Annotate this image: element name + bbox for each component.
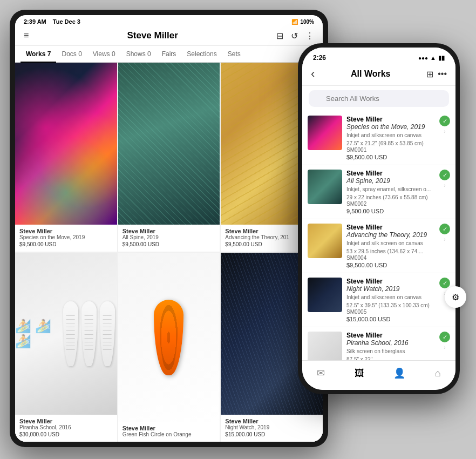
work-title-2: All Spine, 2019 [346,177,435,185]
work-dims-4: 52.5" x 39.5" (133.35 x 100.33 cm) [346,302,435,309]
back-button[interactable]: ‹ [311,67,315,81]
phone-more-icon: ••• [438,69,447,79]
artwork-price-2: $9,500.00 USD [123,241,216,247]
work-thumbnail-3 [308,224,342,258]
nav-mail[interactable]: ✉ [310,365,331,381]
expand-chevron-2[interactable]: › [444,183,445,188]
work-price-1: $9,500.00 USD [346,154,435,160]
list-item[interactable]: Steve Miller Species on the Move, 2019 I… [302,111,455,165]
work-price-3: $9,500.00 USD [346,262,435,268]
tab-bar: Works 7 Docs 0 Views 0 Shows 0 Fairs Sel… [15,46,323,63]
artwork-price-1: $9,500.00 USD [19,241,113,247]
tab-works[interactable]: Works 7 [21,46,56,62]
home-icon: ⌂ [435,368,441,379]
more-options-button[interactable]: ⋮ [305,31,314,41]
work-title-3: Advancing the Theory, 2019 [346,231,435,239]
work-thumbnail-2 [308,170,342,204]
expand-chevron-5[interactable]: › [444,345,445,350]
phone-screen: 2:26 ●●● ▲ ▮▮ ‹ All Works ⊞ ••• [302,48,455,390]
more-dots-icon: ⋮ [305,31,314,41]
artist-name-4: Steve Miller [19,418,113,424]
work-details-1: Steve Miller Species on the Move, 2019 I… [346,116,435,160]
work-details-2: Steve Miller All Spine, 2019 Inkjet, spr… [346,170,435,214]
tab-fairs[interactable]: Fairs [157,46,182,62]
artwork-info-4: Steve Miller Piranha School, 2016 $30,00… [15,415,117,442]
filter-fab-button[interactable]: ⚙ [445,286,466,308]
work-details-5: Steve Miller Piranha School, 2016 Silk s… [346,332,435,360]
artist-name-2: Steve Miller [123,228,216,234]
list-icon: ⊟ [276,31,283,41]
work-dims-5: 87.5" x 22" [346,356,435,360]
search-bar: 🔍 [302,86,455,111]
search-input[interactable] [309,90,449,107]
artwork-info-5: Steve Miller Green Fish Circle on Orange [118,422,220,442]
work-price-2: 9,500.00 USD [346,208,435,214]
artwork-cell-2[interactable]: Steve Miller All Spine, 2019 $9,500.00 U… [118,63,220,252]
tablet-status-right: 📶 100% [291,19,314,25]
work-title-5: Piranha School, 2016 [346,339,435,347]
work-details-3: Steve Miller Advancing the Theory, 2019 … [346,224,435,268]
work-thumbnail-5 [308,332,342,360]
list-item[interactable]: Steve Miller Night Watch, 2019 Inkjet an… [302,273,455,327]
expand-chevron-1[interactable]: › [444,129,445,134]
list-item[interactable]: Steve Miller All Spine, 2019 Inkjet, spr… [302,165,455,219]
artwork-cell-4[interactable]: Steve Miller Piranha School, 2016 $30,00… [15,253,117,442]
artwork-title-5: Green Fish Circle on Orange [123,431,216,437]
artwork-image-1 [15,63,117,225]
hamburger-menu-button[interactable]: ≡ [24,31,29,40]
hamburger-icon: ≡ [24,31,29,40]
phone-page-title: All Works [315,69,426,79]
tab-docs[interactable]: Docs 0 [56,46,87,62]
work-medium-3: Inkjet and silk screen on canvas [346,240,435,247]
work-price-4: $15,000.00 USD [346,316,435,322]
nav-home[interactable]: ⌂ [429,366,447,381]
selected-check-1: ✓ [439,116,450,126]
artwork-price-4: $30,000.00 USD [19,431,113,437]
work-medium-1: Inkjet and silkscreen on canvas [346,132,435,139]
artwork-cell-1[interactable]: Steve Miller Species on the Move, 2019 $… [15,63,117,252]
tablet-device: 2:39 AM Tue Dec 3 📶 100% ≡ Steve Miller … [10,10,328,447]
work-dims-2: 29 x 22 inches (73.66 x 55.88 cm) [346,194,435,201]
work-title-1: Species on the Move, 2019 [346,123,435,131]
work-artist-4: Steve Miller [346,278,435,285]
phone-header: ‹ All Works ⊞ ••• [302,64,455,86]
artwork-cell-5[interactable]: Steve Miller Green Fish Circle on Orange [118,253,220,442]
tab-shows[interactable]: Shows 0 [121,46,157,62]
phone-status-bar: 2:26 ●●● ▲ ▮▮ [302,48,455,64]
tablet-time: 2:39 AM [24,18,46,25]
list-item[interactable]: Steve Miller Piranha School, 2016 Silk s… [302,327,455,360]
list-view-button[interactable]: ⊟ [276,31,283,41]
header-icons: ⊟ ↺ ⋮ [276,31,314,41]
phone-more-button[interactable]: ••• [438,69,447,79]
tablet-status-bar: 2:39 AM Tue Dec 3 📶 100% [15,15,323,27]
filter-sliders-icon: ⚙ [452,292,459,302]
refresh-icon: ↺ [291,31,298,41]
mail-icon: ✉ [317,367,325,379]
tab-sets[interactable]: Sets [222,46,246,62]
refresh-button[interactable]: ↺ [291,31,298,41]
work-actions-2: ✓ › [439,170,450,188]
phone-wifi-icon: ▲ [430,55,436,61]
phone-device: 2:26 ●●● ▲ ▮▮ ‹ All Works ⊞ ••• [298,43,460,394]
nav-profile[interactable]: 👤 [387,365,412,381]
tab-selections[interactable]: Selections [181,46,222,62]
tab-views[interactable]: Views 0 [87,46,121,62]
orange-surfboard [154,300,183,375]
artwork-image-4 [15,253,117,415]
phone-status-icons: ●●● ▲ ▮▮ [418,55,445,62]
work-details-4: Steve Miller Night Watch, 2019 Inkjet an… [346,278,435,322]
work-artist-1: Steve Miller [346,116,435,123]
artwork-info-6: Steve Miller Night Watch, 2019 $15,000.0… [221,415,323,442]
wifi-icon: 📶 [291,19,298,25]
work-dims-1: 27.5" x 21.2" (69.85 x 53.85 cm) [346,140,435,147]
work-artist-3: Steve Miller [346,224,435,231]
expand-chevron-3[interactable]: › [444,237,445,242]
grid-view-button[interactable]: ⊞ [426,69,433,79]
artist-name-6: Steve Miller [225,418,318,424]
nav-gallery[interactable]: 🖼 [348,366,371,381]
tablet-status-left: 2:39 AM Tue Dec 3 [24,18,80,25]
list-item[interactable]: Steve Miller Advancing the Theory, 2019 … [302,219,455,273]
bottom-navigation: ✉ 🖼 👤 ⌂ [302,360,455,390]
phone-header-actions: ⊞ ••• [426,69,447,79]
phone-time: 2:26 [313,54,326,62]
